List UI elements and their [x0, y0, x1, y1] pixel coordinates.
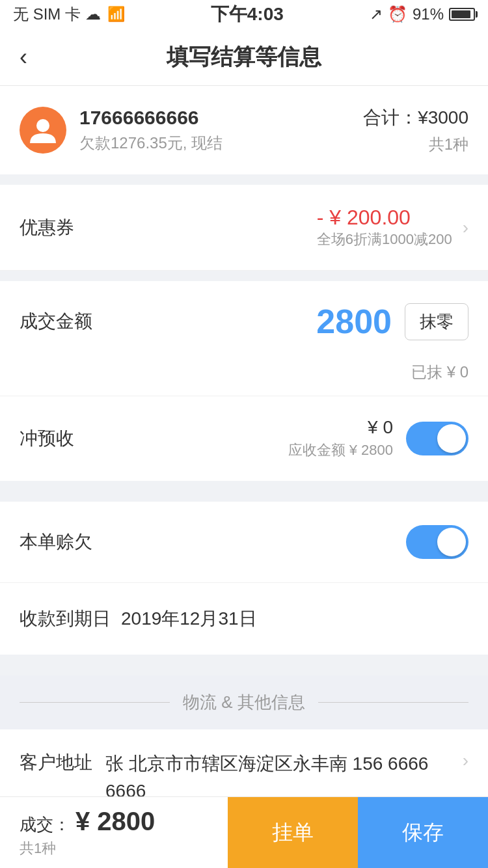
round-zero-button[interactable]: 抹零 [405, 303, 468, 340]
wifi-icon: 📶 [107, 6, 125, 23]
customer-phone: 17666666666 [79, 107, 223, 129]
status-left: 无 SIM 卡 ☁ 📶 [13, 4, 125, 25]
direction-icon: ↗ [370, 5, 383, 23]
battery-percent: 91% [413, 5, 444, 23]
customer-subtext: 欠款1276.35元, 现结 [79, 133, 223, 154]
section-divider-2 [0, 481, 488, 491]
rush-prepay-section: 冲预收 ¥ 0 应收金额 ¥ 2800 [0, 396, 488, 481]
total-amount: 合计：¥3000 [363, 105, 468, 130]
status-right: ↗ ⏰ 91% [370, 5, 475, 23]
rush-label: 冲预收 [20, 426, 74, 451]
rush-prepay-toggle[interactable] [406, 422, 468, 455]
arrears-label: 本单赊欠 [20, 530, 92, 554]
sim-label: 无 SIM 卡 ☁ [13, 4, 101, 25]
save-label: 保存 [402, 819, 444, 847]
hang-order-label: 挂单 [272, 819, 314, 847]
nav-bar: ‹ 填写结算等信息 [0, 29, 488, 86]
section-divider-3 [0, 655, 488, 665]
customer-left: 17666666666 欠款1276.35元, 现结 [20, 107, 223, 154]
avatar [20, 107, 66, 154]
customer-card: 17666666666 欠款1276.35元, 现结 合计：¥3000 共1种 [0, 86, 488, 174]
total-count: 共1种 [363, 134, 468, 155]
rush-values: ¥ 0 应收金额 ¥ 2800 [288, 417, 393, 460]
battery-icon [449, 8, 475, 21]
transaction-section: 成交金额 2800 抹零 已抹 ¥ 0 [0, 281, 488, 396]
back-button[interactable]: ‹ [20, 44, 27, 71]
arrears-row: 本单赊欠 [0, 502, 488, 582]
person-icon [27, 114, 59, 146]
page-title: 填写结算等信息 [167, 42, 321, 72]
customer-info: 17666666666 欠款1276.35元, 现结 [79, 107, 223, 154]
rush-sub-value: 应收金额 ¥ 2800 [288, 441, 393, 460]
deal-label: 成交： [20, 813, 70, 836]
arrears-toggle[interactable] [406, 525, 468, 559]
content-area: 17666666666 欠款1276.35元, 现结 合计：¥3000 共1种 … [0, 86, 488, 868]
due-date-row: 收款到期日 2019年12月31日 [0, 583, 488, 655]
hang-order-button[interactable]: 挂单 [228, 797, 358, 868]
logistics-divider: 物流 & 其他信息 [0, 675, 488, 729]
bottom-info: 成交： ¥ 2800 共1种 [0, 797, 228, 868]
coupon-amount: - ¥ 200.00 [317, 206, 452, 230]
transaction-row: 成交金额 2800 抹零 [0, 281, 488, 362]
section-divider-1 [0, 271, 488, 281]
toggle-knob [437, 424, 466, 453]
logistics-line-left [20, 702, 170, 703]
bottom-bar: 成交： ¥ 2800 共1种 挂单 保存 [0, 796, 488, 868]
rush-right: ¥ 0 应收金额 ¥ 2800 [288, 417, 468, 460]
erased-row: 已抹 ¥ 0 [0, 362, 488, 396]
rush-main-value: ¥ 0 [288, 417, 393, 438]
erased-label: 已抹 ¥ 0 [411, 363, 468, 381]
customer-right: 合计：¥3000 共1种 [363, 105, 468, 155]
coupon-label: 优惠券 [20, 215, 74, 240]
due-date-value: 2019年12月31日 [121, 606, 257, 631]
logistics-text: 物流 & 其他信息 [183, 691, 305, 714]
coupon-sub: 全场6折满1000减200 [317, 230, 452, 249]
rush-row: 冲预收 ¥ 0 应收金额 ¥ 2800 [0, 396, 488, 481]
bottom-count: 共1种 [20, 839, 208, 858]
logistics-line-right [318, 702, 468, 703]
chevron-right-icon: › [463, 217, 468, 238]
due-date-label: 收款到期日 [20, 606, 111, 631]
address-chevron-icon: › [463, 750, 468, 771]
transaction-label: 成交金额 [20, 309, 92, 334]
status-bar: 无 SIM 卡 ☁ 📶 下午4:03 ↗ ⏰ 91% [0, 0, 488, 29]
svg-point-0 [36, 119, 49, 132]
transaction-right: 2800 抹零 [316, 302, 468, 341]
bottom-amount-row: 成交： ¥ 2800 [20, 807, 208, 836]
address-label: 客户地址 [20, 750, 92, 775]
deal-amount: ¥ 2800 [75, 807, 155, 836]
arrears-section: 本单赊欠 [0, 502, 488, 582]
status-time: 下午4:03 [211, 2, 284, 27]
save-button[interactable]: 保存 [358, 797, 488, 868]
arrears-toggle-knob [437, 528, 466, 556]
coupon-right: - ¥ 200.00 全场6折满1000减200 › [317, 206, 468, 249]
coupon-row[interactable]: 优惠券 - ¥ 200.00 全场6折满1000减200 › [0, 185, 488, 271]
due-date-section: 收款到期日 2019年12月31日 [0, 582, 488, 655]
alarm-icon: ⏰ [388, 5, 407, 23]
transaction-amount: 2800 [316, 302, 392, 341]
